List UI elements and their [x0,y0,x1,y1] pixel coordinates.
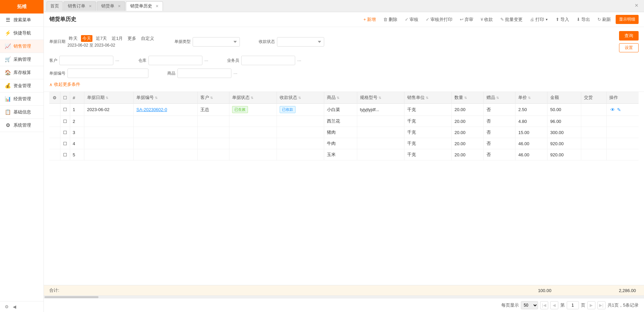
sidebar-item-quick-nav[interactable]: ⚡ 快捷导航 [0,27,44,40]
tab-sales-order-close[interactable]: ✕ [89,4,92,8]
th-goods[interactable]: 商品⇅ [324,92,357,104]
collect-button[interactable]: ¥ 收款 [478,15,496,24]
doc-status-badge: 已生效 [232,106,248,113]
payment-label: 收款状态 [259,39,275,45]
tab-sales-goods[interactable]: 销货单 ✕ [97,1,125,11]
th-quantity[interactable]: 数量⇅ [452,92,484,104]
row-checkbox[interactable]: ☐ [60,149,70,160]
show-detail-button[interactable]: 显示明细 [616,15,639,24]
th-customer[interactable]: 客户⇅ [197,92,229,104]
row-checkbox[interactable]: ☐ [60,104,70,116]
row-payment-status: 已收款 [277,104,324,116]
shortcut-today[interactable]: 今天 [81,35,92,42]
audit-button[interactable]: ✓ 审核 [402,15,421,24]
filter-customer-field: 客户 ··· [49,56,119,65]
sidebar-item-search-menu[interactable]: ☰ 搜索菜单 [0,14,44,27]
last-page-button[interactable]: ▶| [597,301,606,309]
customer-ellipsis[interactable]: ··· [115,58,119,63]
audit-print-button[interactable]: ✓ 审核并打印 [423,15,455,24]
sidebar-item-label: 经营管理 [13,96,31,102]
shortcut-yesterday[interactable]: 昨天 [67,35,79,42]
th-payment-status[interactable]: 收款状态⇅ [277,92,324,104]
shortcut-custom[interactable]: 自定义 [140,35,156,42]
sidebar-settings-icon[interactable]: ⚙ [5,304,9,309]
sidebar-item-label: 快捷导航 [13,30,31,36]
edit-action-icon[interactable]: ✎ [617,107,621,112]
import-button[interactable]: ⬆ 导入 [553,15,572,24]
payment-select[interactable] [277,37,324,47]
row-checkbox[interactable]: ☐ [60,138,70,149]
filter-payment-field: 收款状态 [259,37,324,47]
th-amount: 金额 [548,92,581,104]
th-doc-no[interactable]: 单据编号⇅ [134,92,197,104]
goods-input[interactable] [177,69,231,78]
horizontal-scrollbar[interactable] [44,295,644,298]
table-body: ☐ 1 2023-06-02 SA-20230602-0 王总 已生效 已收款 … [49,104,639,160]
first-page-button[interactable]: |◀ [540,301,548,309]
th-gift[interactable]: 赠品⇅ [483,92,515,104]
th-unit[interactable]: 销售单位⇅ [404,92,452,104]
th-settings[interactable]: ⚙ [49,92,60,104]
shortcut-more[interactable]: 更多 [126,35,138,42]
tab-sales-history-close[interactable]: ✕ [156,4,159,8]
warehouse-ellipsis[interactable]: ··· [204,58,208,63]
sidebar-item-inventory-calc[interactable]: 🏠 库存核算 [0,66,44,79]
sidebar-item-label: 基础信息 [13,109,31,115]
th-unit-price[interactable]: 单价⇅ [515,92,548,104]
total-info: 共1页，5条记录 [608,302,639,308]
staff-ellipsis[interactable]: ··· [297,58,301,63]
refresh-button[interactable]: ↻ 刷新 [595,15,614,24]
view-action-icon[interactable]: 👁 [610,107,615,112]
filter-type-field: 单据类型 [174,37,240,47]
row-checkbox[interactable]: ☐ [60,127,70,138]
warehouse-input[interactable] [148,56,202,65]
sidebar-item-purchase-mgmt[interactable]: 🛒 采购管理 [0,53,44,66]
table-header-row: ⚙ ☐ # 单据日期⇅ 单据编号⇅ 客户⇅ 单据状态⇅ 收款状态⇅ 商品⇅ 规格… [49,92,639,104]
collapse-icon: ∧ [49,82,53,87]
docno-input[interactable] [67,69,148,78]
print-button[interactable]: 🖨 打印 ▼ [527,15,551,24]
per-page-select[interactable]: 50 100 [521,301,538,309]
goods-ellipsis[interactable]: ··· [233,71,237,76]
th-spec-type[interactable]: 规格型号⇅ [357,92,404,104]
th-doc-date[interactable]: 单据日期⇅ [84,92,133,104]
row-payment-status [277,127,324,138]
staff-input[interactable] [241,56,295,65]
collapse-button[interactable]: ∧ 收起更多条件 [49,81,639,87]
set-button[interactable]: 设置 [619,43,639,52]
row-unit: 千克 [404,104,452,116]
refresh-label: 刷新 [602,17,611,23]
export-button[interactable]: ⬇ 导出 [574,15,593,24]
shortcut-7days[interactable]: 近7天 [94,35,108,42]
sidebar-item-sales-mgmt[interactable]: 📈 销售管理 [0,40,44,53]
doc-no-link[interactable]: SA-20230602-0 [136,107,167,112]
tab-home[interactable]: 首页 [47,1,63,11]
customer-input[interactable] [59,56,113,65]
sidebar-toggle-icon[interactable]: ◀ [13,304,16,309]
tab-sales-order[interactable]: 销售订单 ✕ [63,1,96,11]
row-customer: 王总 [197,104,229,116]
row-amount: 50.00 [548,104,581,116]
tab-sales-goods-close[interactable]: ✕ [118,4,121,8]
next-page-button[interactable]: ▶ [587,301,595,309]
shortcut-1month[interactable]: 近1月 [110,35,124,42]
scrollbar-thumb[interactable] [45,296,99,298]
delete-button[interactable]: 🗑 删除 [381,15,400,24]
page-number-input[interactable] [567,301,579,309]
sidebar-item-ops-mgmt[interactable]: 📊 经营管理 [0,93,44,106]
prev-page-button[interactable]: ◀ [550,301,558,309]
abandon-button[interactable]: ↩ 弃审 [457,15,476,24]
sidebar-item-sys-mgmt[interactable]: ⚙ 系统管理 [0,119,44,132]
tab-sales-history[interactable]: 销货单历史 ✕ [126,1,163,11]
sidebar-item-basic-info[interactable]: 📋 基础信息 [0,106,44,119]
window-close-icon[interactable]: ✕ [635,3,639,8]
batch-change-button[interactable]: ✎ 批量变更 [498,15,525,24]
query-button[interactable]: 查询 [619,31,639,41]
th-doc-status[interactable]: 单据状态⇅ [229,92,277,104]
sidebar-item-finance-mgmt[interactable]: 💰 资金管理 [0,79,44,93]
type-select[interactable] [193,37,240,47]
new-button[interactable]: + 新增 [361,15,379,24]
sidebar: 拓维 ☰ 搜索菜单 ⚡ 快捷导航 📈 销售管理 🛒 采购管理 🏠 库存核算 💰 … [0,0,44,312]
row-no: 5 [70,149,84,160]
row-checkbox[interactable]: ☐ [60,116,70,127]
